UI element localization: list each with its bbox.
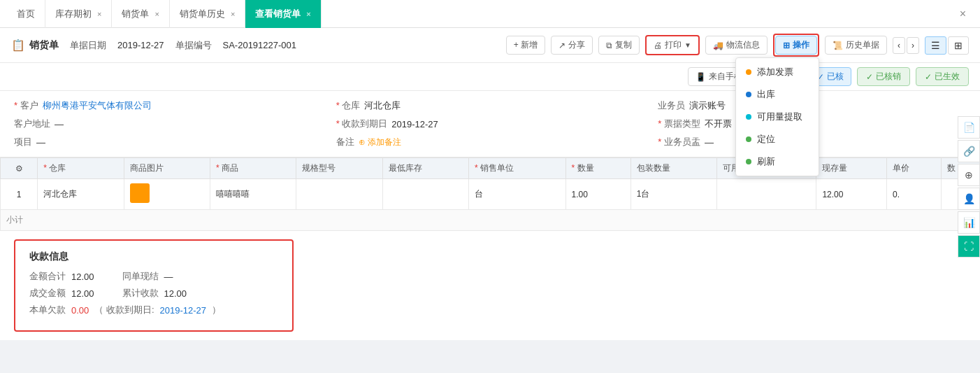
print-button[interactable]: 🖨 打印 ▼ — [645, 35, 700, 55]
payment-date-label: 收款到期日 — [336, 118, 388, 130]
new-button[interactable]: + 新增 — [506, 36, 545, 55]
grid-icon: ⊞ — [783, 41, 790, 50]
settlement-value: — — [164, 272, 173, 282]
effective-status[interactable]: ✓ 已生效 — [916, 67, 969, 86]
customer-label: 客户 — [14, 99, 38, 112]
tab-sales-history-close[interactable]: × — [231, 10, 235, 18]
payment-date-row: 收款到期日 2019-12-27 — [336, 118, 644, 130]
operations-button[interactable]: ⊞ 操作 — [775, 36, 817, 55]
doc-number-label: 单据编号 — [175, 39, 212, 52]
add-invoice-item[interactable]: 添加发票 — [736, 61, 819, 83]
available-qty-item[interactable]: 可用量提取 — [736, 106, 819, 128]
doc-actions: + 新增 ↗ 分享 ⧉ 复制 🖨 打印 ▼ 🚚 物流信息 — [506, 34, 969, 57]
cancelled-status[interactable]: ✓ 已核销 — [857, 67, 910, 86]
settlement-item: 同单现结 — — [122, 270, 173, 283]
operations-highlight-box: ⊞ 操作 — [773, 34, 819, 57]
sidebar-expand-icon[interactable]: ⛶ — [958, 235, 980, 258]
project-row: 项目 — — [14, 136, 322, 148]
doc-date-value: 2019-12-27 — [117, 40, 164, 50]
employee-value: 演示账号 — [689, 99, 726, 112]
project-value: — — [36, 137, 45, 148]
outbound-item[interactable]: 出库 — [736, 83, 819, 106]
check-circle-icon: ✓ — [866, 72, 873, 82]
print-dropdown-arrow[interactable]: ▼ — [684, 41, 691, 49]
note-row: 备注 ⊕ 添加备注 — [336, 136, 644, 148]
customer-row: 客户 柳州粤港平安气体有限公司 — [14, 99, 322, 112]
row-available — [717, 179, 816, 210]
doc-meta: 单据日期 2019-12-27 单据编号 SA-20191227-001 — [70, 39, 296, 52]
tab-bar: 首页 库存期初 × 销货单 × 销货单历史 × 查看销货单 × × — [0, 0, 980, 28]
customer-value[interactable]: 柳州粤港平安气体有限公司 — [43, 99, 152, 112]
share-icon: ↗ — [559, 41, 565, 50]
history-button[interactable]: 📜 历史单据 — [825, 36, 887, 55]
bottom-section: 收款信息 金额合计 12.00 同单现结 — 成交金额 12.00 累计收款 — [0, 231, 980, 340]
sidebar-plus-icon[interactable]: ⊕ — [958, 164, 980, 186]
sidebar-chart-icon[interactable]: 📊 — [958, 211, 980, 234]
prev-arrow[interactable]: ‹ — [893, 37, 905, 54]
owed-item: 本单欠款 0.00 （ 收款到期日: 2019-12-27 ） — [29, 304, 221, 316]
locate-icon — [746, 136, 751, 142]
project-label: 项目 — [14, 136, 32, 148]
table-wrap: ⚙ * 仓库 商品图片 * 商品 规格型号 最低库存 * 销售单位 * 数量 包… — [0, 157, 980, 231]
payment-row-1: 金额合计 12.00 同单现结 — — [29, 270, 278, 283]
invoice-value: 不开票 — [705, 118, 732, 130]
tab-inventory[interactable]: 库存期初 × — [45, 0, 112, 28]
history-icon: 📜 — [833, 41, 843, 50]
payment-row-3: 本单欠款 0.00 （ 收款到期日: 2019-12-27 ） — [29, 304, 278, 316]
refresh-icon — [746, 159, 751, 164]
row-min-stock — [382, 179, 468, 210]
list-view-toggle[interactable]: ☰ — [925, 36, 946, 55]
table-row: 1 河北仓库 嘻嘻嘻嘻 台 1.00 — [1, 179, 980, 210]
outbound-icon — [746, 92, 751, 97]
row-unit: 台 — [469, 179, 566, 210]
tab-sales-close[interactable]: × — [154, 10, 159, 18]
sales-label: 业务员盂 — [658, 136, 700, 148]
transaction-value: 12.00 — [71, 288, 94, 299]
product-table: ⚙ * 仓库 商品图片 * 商品 规格型号 最低库存 * 销售单位 * 数量 包… — [0, 157, 980, 231]
tab-bar-close[interactable]: × — [953, 8, 973, 20]
plus-icon: ⊕ — [359, 137, 368, 147]
tab-sales[interactable]: 销货单 × — [112, 0, 169, 28]
logistics-button[interactable]: 🚚 物流信息 — [705, 36, 768, 55]
doc-date-label: 单据日期 — [70, 39, 106, 52]
warehouse-label: 仓库 — [336, 99, 361, 112]
main-content: 📋 销货单 单据日期 2019-12-27 单据编号 SA-20191227-0… — [0, 28, 980, 340]
grid-view-toggle[interactable]: ⊞ — [948, 36, 969, 55]
tab-home[interactable]: 首页 — [7, 0, 45, 28]
address-row: 客户地址 — — [14, 118, 322, 130]
owed-value: 0.00 — [71, 305, 89, 316]
row-qty: 1.00 — [565, 179, 630, 210]
locate-item[interactable]: 定位 — [736, 128, 819, 150]
payment-date-value: 2019-12-27 — [391, 119, 438, 129]
doc-toolbar2: 📱 来自手机 ● 未开票 ✓ 已核 ✓ 已核销 ✓ 已生效 — [0, 63, 980, 91]
sidebar-user-icon[interactable]: 👤 — [958, 188, 980, 210]
share-button[interactable]: ↗ 分享 — [551, 36, 593, 55]
transaction-label: 成交金额 — [29, 287, 66, 300]
tab-sales-history[interactable]: 销货单历史 × — [170, 0, 245, 28]
copy-icon: ⧉ — [606, 41, 612, 50]
employee-label: 业务员 — [658, 99, 685, 112]
col-min-stock: 最低库存 — [382, 158, 468, 179]
tab-view-sales-close[interactable]: × — [306, 10, 310, 18]
phone-icon: 📱 — [696, 72, 706, 82]
tab-inventory-close[interactable]: × — [97, 10, 101, 18]
invoice-label: 票据类型 — [658, 118, 700, 130]
payment-info: 收款信息 金额合计 12.00 同单现结 — 成交金额 12.00 累计收款 — [14, 239, 294, 332]
note-add-button[interactable]: ⊕ 添加备注 — [359, 136, 401, 148]
row-warehouse: 河北仓库 — [38, 179, 124, 210]
col-settings[interactable]: ⚙ — [1, 158, 38, 179]
due-date-value: 2019-12-27 — [160, 305, 207, 316]
col-warehouse: * 仓库 — [38, 158, 124, 179]
operations-dropdown: 添加发票 出库 可用量提取 定位 — [735, 57, 819, 176]
cumulative-item: 累计收款 12.00 — [122, 287, 187, 300]
doc-header: 📋 销货单 单据日期 2019-12-27 单据编号 SA-20191227-0… — [0, 28, 980, 63]
next-arrow[interactable]: › — [907, 37, 919, 54]
tab-view-sales[interactable]: 查看销货单 × — [245, 0, 321, 28]
col-price: 单价 — [887, 158, 942, 179]
sidebar-doc-icon[interactable]: 📄 — [958, 116, 980, 139]
sidebar-link-icon[interactable]: 🔗 — [958, 140, 980, 162]
refresh-item[interactable]: 刷新 — [736, 150, 819, 173]
copy-button[interactable]: ⧉ 复制 — [598, 36, 640, 55]
row-img — [124, 179, 210, 210]
truck-icon: 🚚 — [713, 41, 723, 50]
